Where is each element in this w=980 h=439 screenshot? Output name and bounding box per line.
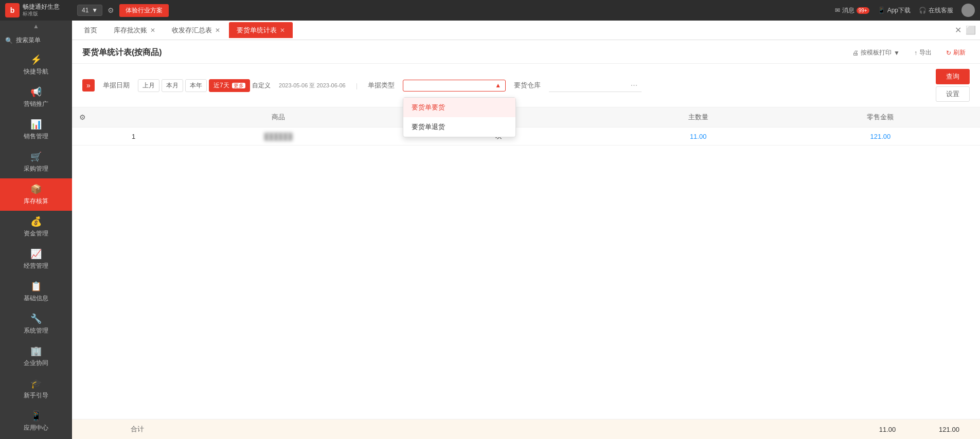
sidebar-item-label: 应用中心 (24, 424, 48, 432)
tab-restore-icon[interactable]: ⬜ (966, 25, 976, 35)
table-settings-icon[interactable]: ⚙ (79, 113, 86, 121)
dropdown-item-order-return[interactable]: 要货单退货 (403, 117, 515, 137)
quick-nav-icon: ⚡ (30, 54, 42, 65)
date-btn-custom[interactable]: 自定义 (252, 81, 271, 90)
tabs-right: ✕ ⬜ (955, 25, 976, 35)
tab-receive-summary[interactable]: 收发存汇总表 ✕ (164, 22, 228, 38)
settings-button[interactable]: 设置 (936, 86, 970, 102)
filter-bar: » 单据日期 上月 本月 本年 近7天 更多 自定义 2023-05-06 至 … (72, 64, 980, 107)
export-icon: ↑ (914, 49, 917, 57)
warehouse-more-icon[interactable]: ··· (631, 81, 637, 90)
refresh-button[interactable]: ↻ 刷新 (942, 46, 970, 59)
sidebar-item-search[interactable]: 🔍 搜索菜单 (0, 32, 72, 49)
warehouse-filter-label: 要货仓库 (514, 81, 541, 90)
system-icon: 🔧 (30, 313, 42, 324)
export-button[interactable]: ↑ 导出 (910, 46, 936, 59)
sidebar-item-label: 库存核算 (24, 197, 48, 206)
app-download-label: App下载 (887, 6, 911, 15)
date-btn-this-month[interactable]: 本月 (162, 79, 183, 92)
data-table: ⚙ 商品 主计量单位 主数量 零售金额 1 (72, 107, 980, 145)
tab-close-receive-summary[interactable]: ✕ (215, 27, 220, 34)
col-settings: ⚙ (72, 107, 93, 127)
sidebar-item-basic-info[interactable]: 📋 基础信息 (0, 276, 72, 308)
date-btn-last-month[interactable]: 上月 (138, 79, 159, 92)
marketing-icon: 📢 (30, 86, 42, 98)
store-selector[interactable]: 41 ▼ (77, 5, 102, 16)
sidebar-item-guide[interactable]: 🎓 新手引导 (0, 373, 72, 405)
sidebar-item-marketing[interactable]: 📢 营销推广 (0, 81, 72, 114)
sidebar-item-operation[interactable]: 📈 经营管理 (0, 243, 72, 276)
filter-expand-button[interactable]: » (82, 79, 95, 92)
content-area: 首页 库存批次账 ✕ 收发存汇总表 ✕ 要货单统计表 ✕ ✕ ⬜ 要 (72, 21, 980, 439)
sidebar-item-finance[interactable]: 💰 资金管理 (0, 211, 72, 243)
tab-close-inventory-batch[interactable]: ✕ (150, 27, 155, 34)
app-logo-icon: b (5, 3, 20, 17)
page-title: 要货单统计表(按商品) (82, 47, 162, 58)
date-btn-this-year[interactable]: 本年 (185, 79, 207, 92)
footer-amount: 121.00 (918, 426, 980, 433)
sidebar-item-system[interactable]: 🔧 系统管理 (0, 308, 72, 340)
purchase-icon: 🛒 (30, 151, 42, 162)
message-icon: ✉ (835, 7, 840, 14)
online-service-label: 在线客服 (929, 6, 953, 15)
tab-receive-summary-label: 收发存汇总表 (172, 26, 212, 35)
tabs-bar: 首页 库存批次账 ✕ 收发存汇总表 ✕ 要货单统计表 ✕ ✕ ⬜ (72, 21, 980, 40)
type-filter-label: 单据类型 (368, 81, 395, 90)
type-select-container: ▲ 要货单要货 要货单退货 (403, 80, 506, 92)
type-select-caret[interactable]: ▲ (495, 82, 501, 89)
sidebar-item-purchase[interactable]: 🛒 采购管理 (0, 146, 72, 178)
footer-label: 合计 (124, 425, 150, 433)
app-center-icon: 📱 (30, 410, 42, 422)
user-avatar[interactable] (961, 4, 975, 17)
top-header: b 畅捷通好生意 标准版 41 ▼ ⚙ 体验行业方案 ✉ 消息 99+ 📱 Ap… (0, 0, 980, 21)
sidebar-item-label: 经营管理 (24, 262, 48, 270)
search-icon: 🔍 (5, 37, 13, 44)
inventory-icon: 📦 (30, 184, 42, 195)
date-range-display: 2023-05-06 至 2023-06-06 (279, 82, 346, 89)
sidebar-item-label: 采购管理 (24, 164, 48, 173)
online-service-action[interactable]: 🎧 在线客服 (919, 6, 953, 15)
date-range-buttons: 上月 本月 本年 近7天 更多 自定义 (138, 79, 271, 92)
sidebar-search-label: 搜索菜单 (16, 36, 41, 45)
tab-home[interactable]: 首页 (76, 22, 105, 38)
table-row: 1 ██████ 块 11.00 121.00 (72, 127, 980, 145)
print-icon: 🖨 (852, 49, 859, 57)
message-action[interactable]: ✉ 消息 99+ (835, 6, 869, 15)
col-product: 商品 (174, 107, 382, 127)
sidebar-scroll-up[interactable]: ▲ (0, 21, 72, 32)
tab-order-stats[interactable]: 要货单统计表 ✕ (229, 22, 293, 38)
query-button[interactable]: 查询 (936, 69, 970, 84)
type-select-wrapper[interactable]: ▲ (403, 80, 506, 92)
warehouse-select-input[interactable] (553, 81, 629, 89)
tab-inventory-batch-label: 库存批次账 (114, 26, 147, 35)
tab-inventory-batch[interactable]: 库存批次账 ✕ (106, 22, 163, 38)
sidebar-item-inventory[interactable]: 📦 库存核算 (0, 178, 72, 211)
col-seq (93, 107, 174, 127)
basic-info-icon: 📋 (30, 281, 42, 292)
sidebar-item-label: 新手引导 (24, 391, 48, 400)
settings-icon[interactable]: ⚙ (108, 6, 114, 14)
trial-button[interactable]: 体验行业方案 (119, 4, 169, 17)
guide-icon: 🎓 (30, 378, 42, 389)
dropdown-item-order-purchase[interactable]: 要货单要货 (403, 98, 515, 117)
sidebar-item-quick-nav[interactable]: ⚡ 快捷导航 (0, 49, 72, 81)
sidebar-item-app-center[interactable]: 📱 应用中心 (0, 405, 72, 437)
sidebar-item-sales[interactable]: 📊 销售管理 (0, 114, 72, 146)
sidebar-item-enterprise[interactable]: 🏢 企业协同 (0, 340, 72, 373)
page-header: 要货单统计表(按商品) 🖨 按模板打印 ▼ ↑ 导出 ↻ 刷新 (72, 40, 980, 64)
date-filter-label: 单据日期 (103, 81, 130, 90)
tab-close-all-icon[interactable]: ✕ (955, 25, 961, 35)
filter-action-buttons: 查询 设置 (936, 69, 970, 102)
version-label: 标准版 (23, 10, 60, 17)
brand-name: 畅捷通好生意 (23, 3, 60, 10)
app-download-icon: 📱 (878, 7, 885, 14)
tab-close-order-stats[interactable]: ✕ (280, 27, 285, 34)
date-btn-7days[interactable]: 近7天 更多 (209, 79, 250, 92)
print-template-button[interactable]: 🖨 按模板打印 ▼ (848, 46, 904, 59)
table-footer: 合计 11.00 121.00 (72, 419, 980, 439)
table-wrapper: ⚙ 商品 主计量单位 主数量 零售金额 1 (72, 107, 980, 419)
row-empty (72, 127, 93, 145)
app-download-action[interactable]: 📱 App下载 (878, 6, 911, 15)
warehouse-select-wrapper[interactable]: ··· (549, 79, 642, 92)
type-select-input[interactable] (407, 82, 493, 89)
